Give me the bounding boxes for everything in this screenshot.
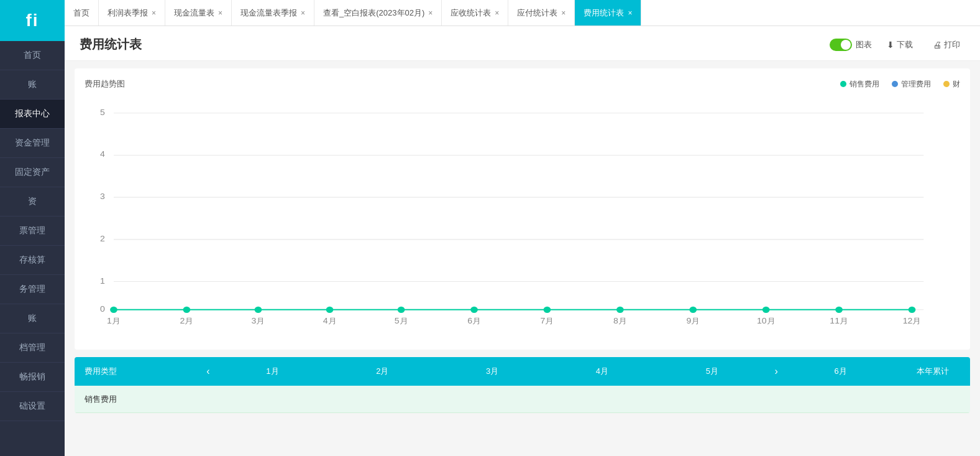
sidebar-item-funds[interactable]: 资金管理 [0, 129, 65, 158]
tab-expense-stats[interactable]: 费用统计表 × [575, 0, 641, 26]
page-header: 费用统计表 图表 ⬇ 下载 🖨 打印 [65, 26, 980, 61]
tab-blank-report[interactable]: 查看_空白报表(2023年02月) × [314, 0, 442, 26]
main-area: 首页 利润表季报 × 现金流量表 × 现金流量表季报 × 查看_空白报表(202… [65, 0, 980, 456]
th-month-5: 5月 [657, 366, 767, 377]
table-section: 费用类型 ‹ 1月 2月 3月 4月 5月 › 6月 本年累计 销售费用 [75, 357, 970, 413]
close-icon[interactable]: × [152, 9, 156, 17]
svg-point-22 [835, 307, 843, 313]
th-ytd: 本年累计 [895, 366, 970, 377]
svg-text:3: 3 [100, 192, 105, 201]
toggle-label: 图表 [856, 39, 872, 50]
close-icon[interactable]: × [561, 9, 566, 17]
svg-point-17 [470, 307, 478, 313]
sidebar-item-expense[interactable]: 畅报销 [0, 363, 65, 392]
sidebar: fi 首页 账 报表中心 资金管理 固定资产 资 票管理 存核算 务管理 账 档… [0, 0, 65, 456]
prev-arrow[interactable]: ‹ [199, 366, 218, 377]
sidebar-logo: fi [0, 0, 65, 41]
svg-text:8月: 8月 [613, 317, 627, 325]
svg-point-21 [762, 307, 770, 313]
header-actions: 图表 ⬇ 下载 🖨 打印 [830, 37, 965, 53]
svg-text:9月: 9月 [686, 317, 700, 325]
td-sales-expense: 销售费用 [75, 394, 199, 405]
svg-text:2: 2 [100, 235, 105, 243]
sidebar-item-assets[interactable]: 固定资产 [0, 158, 65, 187]
svg-text:10月: 10月 [757, 317, 776, 325]
sidebar-item-tickets[interactable]: 票管理 [0, 216, 65, 246]
th-month-4: 4月 [547, 366, 657, 377]
chart-legend: 销售费用 管理费用 财 [840, 79, 960, 90]
svg-point-16 [398, 307, 405, 313]
legend-sales: 销售费用 [840, 79, 879, 90]
svg-text:0: 0 [100, 305, 105, 314]
chart-toggle[interactable] [830, 39, 852, 51]
svg-text:3月: 3月 [252, 317, 265, 325]
svg-text:6月: 6月 [467, 317, 481, 325]
close-icon[interactable]: × [301, 9, 305, 17]
svg-text:4月: 4月 [323, 317, 337, 325]
finance-dot [943, 81, 950, 87]
sidebar-item-reports[interactable]: 报表中心 [0, 100, 65, 129]
th-month-2: 2月 [327, 366, 437, 377]
svg-point-23 [909, 307, 916, 313]
tab-payables[interactable]: 应付统计表 × [508, 0, 575, 26]
close-icon[interactable]: × [218, 9, 222, 17]
tab-bar: 首页 利润表季报 × 现金流量表 × 现金流量表季报 × 查看_空白报表(202… [65, 0, 980, 26]
svg-point-15 [326, 307, 334, 313]
chart-header: 费用趋势图 销售费用 管理费用 财 [85, 78, 960, 90]
tab-cashflow[interactable]: 现金流量表 × [165, 0, 232, 26]
legend-finance-label: 财 [953, 79, 960, 90]
chart-container: 5 4 3 2 1 0 [85, 97, 960, 340]
chart-title: 费用趋势图 [85, 78, 125, 90]
sidebar-item-ledger[interactable]: 账 [0, 304, 65, 333]
print-button[interactable]: 🖨 打印 [928, 37, 965, 53]
svg-text:1: 1 [100, 277, 105, 286]
svg-text:1月: 1月 [107, 317, 121, 325]
content-area: 费用统计表 图表 ⬇ 下载 🖨 打印 费用趋势图 [65, 26, 980, 456]
sidebar-item-services[interactable]: 务管理 [0, 275, 65, 304]
table-header: 费用类型 ‹ 1月 2月 3月 4月 5月 › 6月 本年累计 [75, 357, 970, 386]
next-arrow[interactable]: › [767, 366, 785, 377]
tab-cashflow-quarterly[interactable]: 现金流量表季报 × [232, 0, 314, 26]
sidebar-item-archive[interactable]: 档管理 [0, 333, 65, 363]
chart-toggle-wrap: 图表 [830, 39, 872, 51]
close-icon[interactable]: × [428, 9, 433, 17]
svg-text:5月: 5月 [395, 317, 408, 325]
svg-text:2月: 2月 [180, 317, 194, 325]
svg-text:4: 4 [100, 150, 105, 159]
svg-point-20 [689, 307, 697, 313]
legend-sales-label: 销售费用 [849, 79, 879, 90]
svg-text:5: 5 [100, 108, 105, 117]
print-icon: 🖨 [933, 40, 941, 50]
tab-receivables[interactable]: 应收统计表 × [442, 0, 508, 26]
th-expense-type: 费用类型 [75, 366, 199, 377]
chart-svg: 5 4 3 2 1 0 [85, 97, 960, 340]
svg-text:12月: 12月 [903, 317, 922, 325]
chart-section: 费用趋势图 销售费用 管理费用 财 [75, 68, 970, 350]
legend-admin-label: 管理费用 [901, 79, 931, 90]
download-icon: ⬇ [887, 40, 894, 50]
tab-income-quarterly[interactable]: 利润表季报 × [99, 0, 165, 26]
admin-dot [892, 81, 898, 87]
close-icon[interactable]: × [495, 9, 499, 17]
legend-finance: 财 [943, 79, 960, 90]
sales-dot [840, 81, 846, 87]
sidebar-item-inventory[interactable]: 存核算 [0, 246, 65, 275]
page-title: 费用统计表 [80, 36, 142, 53]
th-month-3: 3月 [437, 366, 547, 377]
table-row: 销售费用 [75, 386, 970, 413]
legend-admin: 管理费用 [892, 79, 931, 90]
download-button[interactable]: ⬇ 下载 [882, 37, 918, 53]
sidebar-item-home[interactable]: 首页 [0, 41, 65, 70]
svg-point-12 [110, 307, 117, 313]
svg-point-14 [255, 307, 262, 313]
sidebar-item-resources[interactable]: 资 [0, 187, 65, 216]
sidebar-item-settings[interactable]: 础设置 [0, 392, 65, 421]
close-icon[interactable]: × [628, 9, 632, 17]
th-month-6: 6月 [785, 366, 895, 377]
svg-point-19 [616, 307, 624, 313]
svg-text:7月: 7月 [541, 317, 554, 325]
tab-home[interactable]: 首页 [65, 0, 99, 26]
svg-point-13 [183, 307, 191, 313]
th-month-1: 1月 [218, 366, 327, 377]
sidebar-item-account[interactable]: 账 [0, 70, 65, 100]
